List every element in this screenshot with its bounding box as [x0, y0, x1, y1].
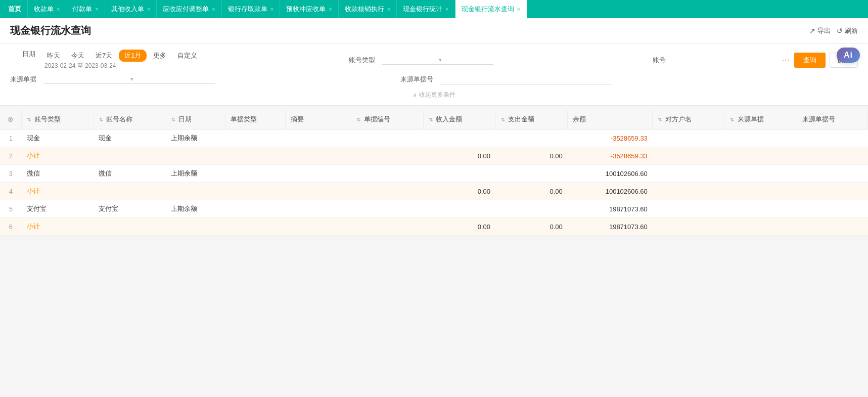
row-income-3: 0.00: [423, 183, 495, 200]
nav-receipt-verify[interactable]: 收款核销执行 ×: [339, 0, 397, 18]
date-btn-today[interactable]: 今天: [67, 50, 89, 62]
date-filter-group: 日期 昨天 今天 近7天 近1月 更多 自定义 2023-02-24 至 202…: [10, 50, 202, 70]
row-account-name-5: [94, 218, 166, 236]
col-balance: 余额: [568, 110, 653, 129]
row-account-name-3: [94, 183, 166, 200]
row-balance-5: 19871073.60: [568, 218, 653, 236]
date-btn-custom[interactable]: 自定义: [173, 50, 202, 62]
account-ellipsis-icon[interactable]: ···: [782, 56, 790, 65]
nav-ar-ap-adjust[interactable]: 应收应付调整单 ×: [157, 0, 221, 18]
sort-doc-no-icon[interactable]: ⇅: [356, 117, 360, 122]
col-summary: 摘要: [285, 110, 351, 129]
row-source-doc-1: [725, 147, 797, 165]
sort-account-type-icon[interactable]: ⇅: [27, 117, 31, 122]
row-date-1: [166, 147, 225, 165]
sort-source-doc-icon[interactable]: ⇅: [730, 117, 734, 122]
nav-bank-deposit[interactable]: 银行存取款单 ×: [222, 0, 280, 18]
row-counterparty-5: [653, 218, 725, 236]
source-doc-arrow-icon: ▾: [130, 76, 211, 82]
row-counterparty-0: [653, 129, 725, 147]
date-btn-1month[interactable]: 近1月: [119, 50, 147, 62]
row-counterparty-1: [653, 147, 725, 165]
close-bank-deposit-icon[interactable]: ×: [270, 6, 273, 12]
account-type-label: 账号类型: [349, 56, 375, 65]
date-btn-more[interactable]: 更多: [149, 50, 171, 62]
collapse-bar[interactable]: ∧ 收起更多条件: [10, 89, 858, 101]
export-button[interactable]: ↗ 导出: [809, 26, 831, 35]
account-input[interactable]: [673, 55, 774, 65]
row-account-type-1: 小计: [22, 147, 94, 165]
row-date-2: 上期余额: [166, 165, 225, 183]
sort-expense-icon[interactable]: ⇅: [501, 117, 505, 122]
header-actions: ↗ 导出 ↺ 刷新: [809, 26, 858, 35]
row-source-doc-no-4: [797, 200, 867, 218]
query-button[interactable]: 查询: [794, 53, 826, 68]
collapse-up-icon: ∧: [413, 92, 417, 99]
row-account-name-0: 现金: [94, 129, 166, 147]
nav-prepay-offset[interactable]: 预收冲应收单 ×: [280, 0, 338, 18]
row-num-2: 3: [0, 165, 22, 183]
col-gear: ⚙: [0, 110, 22, 129]
row-counterparty-4: [653, 200, 725, 218]
row-balance-0: -3528659.33: [568, 129, 653, 147]
source-doc-label: 来源单据: [10, 75, 36, 84]
row-income-2: [423, 165, 495, 183]
row-balance-4: 19871073.60: [568, 200, 653, 218]
nav-home[interactable]: 首页: [2, 0, 28, 18]
nav-receipt[interactable]: 收款单 ×: [28, 0, 66, 18]
row-num-4: 5: [0, 200, 22, 218]
export-icon: ↗: [809, 27, 815, 35]
close-payment-icon[interactable]: ×: [95, 6, 98, 12]
refresh-button[interactable]: ↺ 刷新: [837, 26, 858, 35]
close-receipt-icon[interactable]: ×: [57, 6, 60, 12]
row-balance-1: -3528659.33: [568, 147, 653, 165]
nav-other-income[interactable]: 其他收入单 ×: [105, 0, 157, 18]
row-expense-3: 0.00: [495, 183, 568, 200]
sort-income-icon[interactable]: ⇅: [429, 117, 433, 122]
close-other-income-icon[interactable]: ×: [147, 6, 150, 12]
page-header: 现金银行流水查询 ↗ 导出 ↺ 刷新: [0, 18, 868, 43]
nav-cash-bank-stat[interactable]: 现金银行统计 ×: [397, 0, 455, 18]
source-doc-filter: 来源单据 ▾: [10, 75, 215, 84]
table-row: 5 支付宝 支付宝 上期余额 19871073.60: [0, 200, 868, 218]
row-date-4: 上期余额: [166, 200, 225, 218]
row-income-1: 0.00: [423, 147, 495, 165]
page-title: 现金银行流水查询: [10, 24, 91, 37]
row-doc-no-1: [351, 147, 424, 165]
col-source-doc-no: 来源单据号: [797, 110, 867, 129]
source-doc-select[interactable]: ▾: [43, 75, 215, 84]
col-income: ⇅ 收入金额: [423, 110, 495, 129]
row-num-5: 6: [0, 218, 22, 236]
sort-account-name-icon[interactable]: ⇅: [99, 117, 103, 122]
account-type-arrow-icon: ▾: [439, 57, 489, 63]
nav-payment[interactable]: 付款单 ×: [66, 0, 105, 18]
date-btn-yesterday[interactable]: 昨天: [42, 50, 65, 62]
close-prepay-icon[interactable]: ×: [329, 6, 332, 12]
table-row: 4 小计 0.00 0.00 100102606.60: [0, 183, 868, 200]
row-doc-no-5: [351, 218, 424, 236]
ai-assistant-badge[interactable]: Ai: [837, 48, 860, 63]
sort-counterparty-icon[interactable]: ⇅: [658, 117, 662, 122]
row-summary-3: [285, 183, 351, 200]
source-doc-no-input[interactable]: [440, 74, 612, 84]
row-summary-0: [285, 129, 351, 147]
table-body: 1 现金 现金 上期余额 -3528659.33 2 小计 0.00 0.00 …: [0, 129, 868, 236]
account-filter: 账号 ···: [641, 55, 790, 65]
row-expense-4: [495, 200, 568, 218]
sort-date-icon[interactable]: ⇅: [171, 117, 175, 122]
nav-cash-bank-query[interactable]: 现金银行流水查询 ×: [455, 0, 527, 18]
close-cash-stat-icon[interactable]: ×: [445, 6, 448, 12]
close-cash-query-icon[interactable]: ×: [517, 6, 520, 12]
close-receipt-verify-icon[interactable]: ×: [387, 6, 390, 12]
collapse-label: 收起更多条件: [419, 91, 455, 99]
close-ar-ap-icon[interactable]: ×: [212, 6, 215, 12]
date-shortcuts: 昨天 今天 近7天 近1月 更多 自定义: [42, 50, 202, 62]
row-account-name-2: 微信: [94, 165, 166, 183]
account-type-select[interactable]: ▾: [382, 56, 493, 65]
row-source-doc-no-0: [797, 129, 867, 147]
filter-row-1: 日期 昨天 今天 近7天 近1月 更多 自定义 2023-02-24 至 202…: [10, 50, 858, 70]
row-summary-5: [285, 218, 351, 236]
gear-settings-icon[interactable]: ⚙: [5, 114, 16, 125]
row-account-type-4: 支付宝: [22, 200, 94, 218]
date-btn-7days[interactable]: 近7天: [91, 50, 117, 62]
